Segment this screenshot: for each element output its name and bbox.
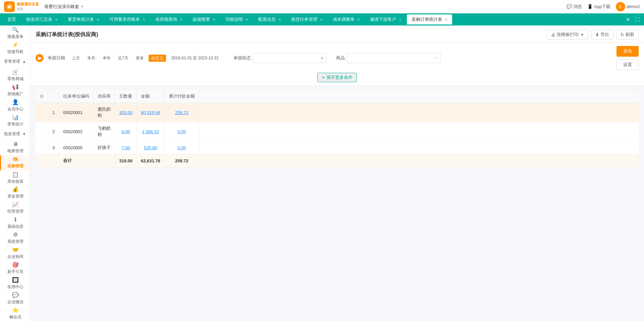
data-table: ⚙ 往来单位编码 供应商 主数量 金额 累计付款金额 1 00020001 惠氏… xyxy=(36,90,639,167)
row-paid-amount-cell: 0.00 xyxy=(164,141,199,154)
close-order-summary-icon[interactable]: ✕ xyxy=(97,18,99,21)
app-download-action[interactable]: 📱 App下载 xyxy=(587,4,610,10)
print-button[interactable]: 🖨 按模板打印 ▼ xyxy=(547,30,588,40)
top-bar-left: 畅 畅捷通好生意 标版 母婴行业演示账套 ▼ xyxy=(4,1,87,12)
query-button[interactable]: 查询 xyxy=(616,46,639,57)
paid-amount-link[interactable]: 259.72 xyxy=(175,110,189,115)
tab-receive-send[interactable]: 收发存汇总表 ✕ xyxy=(21,14,62,24)
sidebar-item-enterprise-wechat[interactable]: 💬 企业微信 xyxy=(0,291,30,306)
table-settings-gear-icon[interactable]: ⚙ xyxy=(40,94,44,99)
tab-available-stock[interactable]: 可用量库存账本 ✕ xyxy=(105,14,150,24)
sidebar-item-purchase-mgmt[interactable]: 🛍 采购管理 xyxy=(0,155,30,170)
paid-amount-link[interactable]: 0.00 xyxy=(177,145,186,150)
paid-amount-link[interactable]: 0.00 xyxy=(177,129,186,134)
date-recent-7-button[interactable]: 近7天 xyxy=(115,55,131,62)
sidebar-item-basic-info[interactable]: ℹ 基础信息 xyxy=(0,215,30,230)
tab-invite-downstream[interactable]: 邀请下游客户 ✕ xyxy=(365,14,406,24)
footer-paid-amount-cell: 259.72 xyxy=(164,154,199,167)
tab-function-desc[interactable]: 功能说明 ✕ xyxy=(221,14,253,24)
row-num-cell: 2 xyxy=(48,122,59,141)
sidebar-item-new-guide[interactable]: 🎯 新手引导 xyxy=(0,261,30,276)
close-available-stock-icon[interactable]: ✕ xyxy=(143,18,145,21)
close-shelf-life-icon[interactable]: ✕ xyxy=(180,18,182,21)
message-action[interactable]: 💬 消息 xyxy=(567,4,582,10)
close-receive-send-icon[interactable]: ✕ xyxy=(55,18,58,21)
status-chevron-icon: ▼ xyxy=(320,56,324,60)
sidebar-item-wholesale-mgmt[interactable]: 批发管理 ▼ xyxy=(0,128,30,140)
row-paid-amount-cell: 259.72 xyxy=(164,103,199,122)
date-curr-year-button[interactable]: 本年 xyxy=(100,55,113,62)
sidebar-item-inventory[interactable]: 📋 库存核算 xyxy=(0,170,30,185)
workspace-selector[interactable]: 母婴行业演示账套 ▼ xyxy=(42,2,87,11)
sidebar-item-quick-nav[interactable]: ⚡ 快捷导航 xyxy=(0,41,30,56)
nav-tabs: 首页 收发存汇总表 ✕ 要货单统计表 ✕ 可用量库存账本 ✕ 保质期查询 ✕ 超… xyxy=(0,13,644,25)
top-bar-right: 💬 消息 📱 App下载 E demo2 xyxy=(567,2,640,11)
row-extra-cell xyxy=(199,141,639,154)
close-function-desc-icon[interactable]: ✕ xyxy=(246,18,248,21)
settings-button[interactable]: 设置 xyxy=(616,59,639,70)
sidebar-item-member-center[interactable]: 👤 会员中心 xyxy=(0,98,30,113)
main-layout: 🔍 搜索菜单 ⚡ 快捷导航 零售管理 ▲ 🛒 零售商城 📢 营销推广 👤 会员中… xyxy=(0,25,644,321)
new-guide-icon: 🎯 xyxy=(12,262,19,268)
tab-overstock-label: 超储预警 xyxy=(193,16,210,22)
sidebar-item-app-center[interactable]: 🔲 应用中心 xyxy=(0,276,30,291)
main-qty-link[interactable]: 303.00 xyxy=(119,110,132,115)
tab-overstock[interactable]: 超储预警 ✕ xyxy=(188,14,220,24)
sidebar-item-member-club[interactable]: ⭐ 畅会员 xyxy=(0,306,30,321)
main-qty-link[interactable]: 7.00 xyxy=(121,145,130,150)
row-supplier-name-cell: 惠氏奶粉 xyxy=(94,103,115,122)
sidebar-item-retail-stats[interactable]: 📊 零售统计 xyxy=(0,113,30,128)
table-row: 2 00020002 飞鹤奶粉 6.00 1,586.52 0.00 xyxy=(36,122,639,141)
logo-icon: 畅 xyxy=(4,1,15,12)
tab-order-summary[interactable]: 要货单统计表 ✕ xyxy=(63,14,104,24)
tab-purchase-summary[interactable]: 采购订单统计表 ✕ xyxy=(407,14,452,24)
sidebar-item-enterprise[interactable]: 🤝 企业协同 xyxy=(0,246,30,261)
sidebar-item-system-mgmt[interactable]: ⚙ 系统管理 xyxy=(0,230,30,246)
tab-home[interactable]: 首页 xyxy=(3,14,21,24)
expand-more-conditions-button[interactable]: ▼ 展开更多条件 xyxy=(317,73,357,82)
footer-label-cell: 合计 xyxy=(59,154,94,167)
date-prev-month-button[interactable]: 上月 xyxy=(69,55,83,62)
close-overstock-icon[interactable]: ✕ xyxy=(213,18,215,21)
date-more-button[interactable]: 更多 xyxy=(133,55,147,62)
sidebar-item-operations[interactable]: 📈 经营管理 xyxy=(0,200,30,215)
filter-toggle-button[interactable]: ▶ xyxy=(36,54,44,62)
th-paid-amount: 累计付款金额 xyxy=(164,90,199,103)
amount-link[interactable]: 525.80 xyxy=(144,145,157,150)
nav-close-all-icon[interactable]: ✕ xyxy=(624,15,632,23)
close-invite-downstream-icon[interactable]: ✕ xyxy=(399,18,401,21)
sidebar-item-marketing[interactable]: 📢 营销推广 xyxy=(0,83,30,98)
sidebar-item-retail-shop[interactable]: 🛒 零售商城 xyxy=(0,68,30,83)
chevron-down-more-icon: ▼ xyxy=(322,76,325,79)
sidebar-quick-nav-label: 快捷导航 xyxy=(7,49,23,55)
close-purchase-summary-icon[interactable]: ✕ xyxy=(445,18,447,21)
user-area[interactable]: E demo2 xyxy=(616,2,640,11)
tab-pick-task[interactable]: 拣货任务管理 ✕ xyxy=(286,14,327,24)
sidebar-item-search[interactable]: 🔍 搜索菜单 xyxy=(0,25,30,41)
status-filter-select[interactable]: ▼ xyxy=(253,53,327,63)
amount-link[interactable]: 1,586.52 xyxy=(142,129,159,134)
quick-nav-icon: ⚡ xyxy=(12,42,19,48)
nav-fullscreen-icon[interactable]: ⛶ xyxy=(633,15,641,23)
tab-cost-adjust[interactable]: 成本调整单 ✕ xyxy=(328,14,365,24)
date-custom-tag[interactable]: 自定义 xyxy=(149,55,166,62)
tab-shelf-life[interactable]: 保质期查询 ✕ xyxy=(151,14,187,24)
sidebar-item-finance[interactable]: 💰 资金管理 xyxy=(0,185,30,200)
tab-config-info[interactable]: 配置信息 ✕ xyxy=(254,14,286,24)
goods-filter-input[interactable]: ··· xyxy=(347,53,441,63)
sidebar-item-retail-mgmt[interactable]: 零售管理 ▲ xyxy=(0,56,30,68)
main-qty-link[interactable]: 6.00 xyxy=(121,129,130,134)
sidebar-wholesale-mgmt-label: 批发管理 xyxy=(4,131,20,137)
close-pick-task-icon[interactable]: ✕ xyxy=(320,18,323,21)
export-button[interactable]: ⬇ 导出 xyxy=(591,30,613,40)
date-curr-month-button[interactable]: 本月 xyxy=(85,55,98,62)
enterprise-wechat-icon: 💬 xyxy=(12,292,19,298)
goods-ellipsis-icon[interactable]: ··· xyxy=(433,55,438,61)
amount-link[interactable]: 60,519.44 xyxy=(141,110,160,115)
sidebar-item-ecommerce-mgmt[interactable]: 🖥 电商管理 xyxy=(0,140,30,155)
logo-text: 畅捷通好生意 标版 xyxy=(17,2,39,11)
close-cost-adjust-icon[interactable]: ✕ xyxy=(357,18,360,21)
operations-icon: 📈 xyxy=(12,201,19,208)
refresh-button[interactable]: ↻ 刷新 xyxy=(616,30,639,40)
close-config-info-icon[interactable]: ✕ xyxy=(278,18,281,21)
